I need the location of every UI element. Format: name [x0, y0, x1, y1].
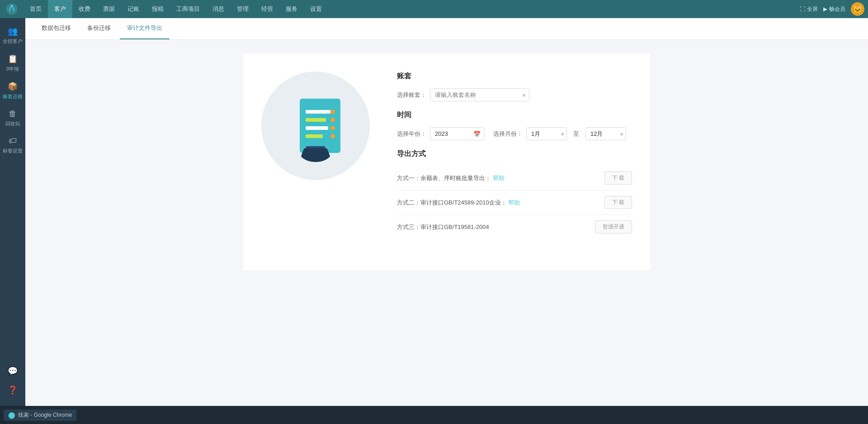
nav-items: 首页 客户 收费 票据 记账 报税 工商项目 消息 管理 经营 服务 设置 — [24, 0, 800, 18]
taskbar: ⬤ 线索 - Google Chrome — [0, 406, 868, 424]
illustration-circle — [261, 71, 370, 180]
nav-bookkeeping[interactable]: 记账 — [121, 0, 146, 18]
illustration-svg — [279, 85, 352, 167]
svg-point-1 — [11, 5, 13, 7]
method2-help-link[interactable]: 帮助 — [508, 199, 520, 206]
year-input[interactable] — [430, 127, 484, 140]
account-row: 选择账套： ▾ — [397, 88, 632, 101]
declare-icon: 📋 — [8, 54, 18, 64]
illustration-wrap — [261, 71, 370, 180]
tab-data-migration[interactable]: 数据包迁移 — [34, 18, 78, 39]
method1-download-button[interactable]: 下 载 — [604, 172, 632, 185]
month-start-wrap: 1月2月3月4月 5月6月7月8月 9月10月11月12月 ▾ — [526, 127, 567, 140]
svg-rect-2 — [300, 99, 340, 153]
nav-service[interactable]: 服务 — [279, 0, 304, 18]
sidebar-item-tag-settings[interactable]: 🏷 标签设置 — [0, 132, 25, 159]
fullscreen-button[interactable]: ⛶ 全屏 — [800, 5, 818, 13]
svg-point-8 — [330, 118, 335, 122]
main-layout: 👥 全部客户 📋 0申报 📦 账套迁移 🗑 回收站 🏷 标签设置 💬 ❓ — [0, 18, 868, 406]
sidebar-item-zero-declare[interactable]: 📋 0申报 — [0, 49, 25, 77]
time-row: 选择年份： 📅 选择月份： 1月2月3月4月 5月6月7月8月 9月10月11月… — [397, 127, 632, 140]
customers-icon: 👥 — [8, 26, 18, 36]
export-container: 账套 选择账套： ▾ 时间 选择年份： — [243, 53, 650, 271]
svg-rect-6 — [306, 134, 323, 138]
method3-activate-button[interactable]: 暂缓开通 — [595, 220, 632, 233]
page-content: 账套 选择账套： ▾ 时间 选择年份： — [25, 40, 868, 406]
chat-button[interactable]: 💬 — [0, 362, 25, 380]
svg-rect-3 — [306, 110, 330, 114]
account-select-wrap: ▾ — [430, 88, 529, 101]
time-section-title: 时间 — [397, 110, 632, 120]
nav-business[interactable]: 工商项目 — [170, 0, 206, 18]
year-input-wrap: 📅 — [430, 127, 484, 140]
nav-operation[interactable]: 经营 — [255, 0, 279, 18]
svg-rect-4 — [306, 118, 326, 122]
svg-point-10 — [330, 134, 335, 138]
nav-tax[interactable]: 报税 — [146, 0, 170, 18]
help-icon: ❓ — [8, 385, 18, 395]
month-label: 选择月份： — [493, 130, 523, 138]
migration-icon: 📦 — [8, 81, 18, 91]
method2-row: 方式二：审计接口GB/T24589-2010企业： 帮助 下 载 — [397, 191, 632, 215]
nav-invoice[interactable]: 票据 — [97, 0, 121, 18]
nav-message[interactable]: 消息 — [206, 0, 231, 18]
play-icon: ▶ — [823, 6, 827, 12]
nav-settings[interactable]: 设置 — [304, 0, 328, 18]
member-button[interactable]: ▶ 畅会员 — [823, 5, 845, 13]
avatar[interactable]: 🐱 — [851, 2, 864, 16]
month-start-select[interactable]: 1月2月3月4月 5月6月7月8月 9月10月11月12月 — [526, 127, 567, 140]
svg-rect-5 — [306, 126, 328, 130]
app-logo — [4, 1, 20, 17]
year-label: 选择年份： — [397, 130, 426, 138]
method2-label: 方式二：审计接口GB/T24589-2010企业： 帮助 — [397, 199, 599, 207]
top-nav-right: ⛶ 全屏 ▶ 畅会员 🐱 — [800, 2, 864, 16]
chrome-icon: ⬤ — [8, 411, 15, 419]
account-input[interactable] — [430, 88, 529, 101]
method1-row: 方式一：余额表、序时账批量导出： 帮助 下 载 — [397, 166, 632, 191]
month-end-wrap: 1月2月3月4月 5月6月7月8月 9月10月11月12月 ▾ — [585, 127, 626, 140]
sidebar-bottom: 💬 ❓ — [0, 362, 25, 406]
help-button[interactable]: ❓ — [0, 381, 25, 399]
sidebar-item-recycle[interactable]: 🗑 回收站 — [0, 105, 25, 132]
tab-backup-migration[interactable]: 备份迁移 — [80, 18, 118, 39]
method1-label: 方式一：余额表、序时账批量导出： 帮助 — [397, 174, 599, 182]
to-label: 至 — [573, 130, 579, 138]
method1-help-link[interactable]: 帮助 — [493, 175, 505, 181]
nav-customer[interactable]: 客户 — [48, 0, 72, 18]
fullscreen-icon: ⛶ — [800, 6, 805, 12]
form-side: 账套 选择账套： ▾ 时间 选择年份： — [397, 71, 632, 239]
nav-fees[interactable]: 收费 — [72, 0, 97, 18]
account-label: 选择账套： — [397, 91, 426, 99]
method2-download-button[interactable]: 下 载 — [604, 196, 632, 209]
account-section-title: 账套 — [397, 71, 632, 81]
sidebar-item-all-customers[interactable]: 👥 全部客户 — [0, 22, 25, 49]
content-area: 数据包迁移 备份迁移 审计文件导出 — [25, 18, 868, 406]
sidebar-item-account-migration[interactable]: 📦 账套迁移 — [0, 77, 25, 105]
taskbar-chrome-item[interactable]: ⬤ 线索 - Google Chrome — [4, 410, 76, 421]
export-section-title: 导出方式 — [397, 149, 632, 159]
tab-audit-export[interactable]: 审计文件导出 — [120, 18, 170, 39]
svg-point-7 — [330, 110, 335, 114]
nav-home[interactable]: 首页 — [24, 0, 48, 18]
svg-point-9 — [330, 126, 335, 130]
tab-bar: 数据包迁移 备份迁移 审计文件导出 — [25, 18, 868, 40]
chat-icon: 💬 — [8, 366, 18, 376]
month-end-select[interactable]: 1月2月3月4月 5月6月7月8月 9月10月11月12月 — [585, 127, 626, 140]
nav-manage[interactable]: 管理 — [231, 0, 255, 18]
left-sidebar: 👥 全部客户 📋 0申报 📦 账套迁移 🗑 回收站 🏷 标签设置 💬 ❓ — [0, 18, 25, 406]
method3-label: 方式三：审计接口GB/T19581-2004 — [397, 223, 590, 231]
method3-row: 方式三：审计接口GB/T19581-2004 暂缓开通 — [397, 215, 632, 239]
recycle-icon: 🗑 — [9, 109, 17, 119]
tag-icon: 🏷 — [9, 136, 17, 146]
top-navigation: 首页 客户 收费 票据 记账 报税 工商项目 消息 管理 经营 服务 设置 ⛶ … — [0, 0, 868, 18]
